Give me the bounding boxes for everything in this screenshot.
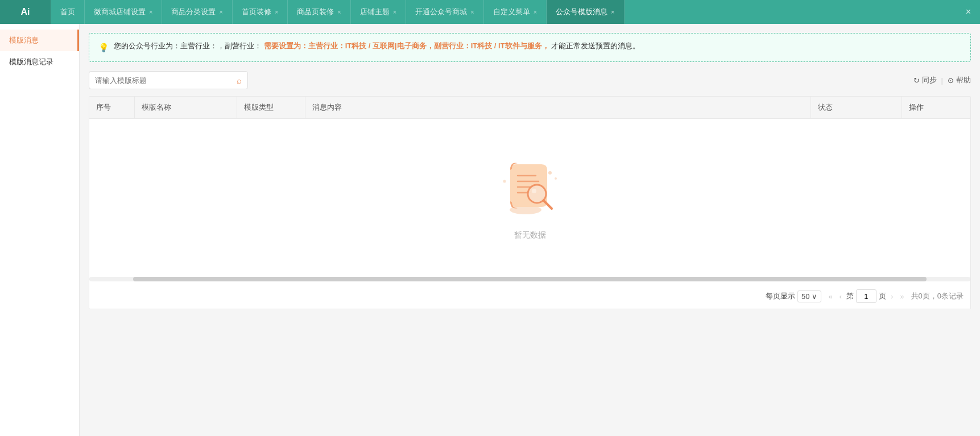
tab-category-settings-label: 商品分类设置 (171, 7, 216, 17)
page-label: 第 (846, 291, 854, 301)
sync-button[interactable]: ↻ 同步 (913, 75, 937, 85)
tab-open-wechat-shop-label: 开通公众号商城 (415, 7, 467, 17)
tab-product-decor-close[interactable]: × (337, 9, 341, 15)
prev-page-button[interactable]: ‹ (837, 291, 844, 302)
sidebar-item-template-msg[interactable]: 模版消息 (0, 30, 79, 51)
first-page-button[interactable]: « (826, 291, 834, 302)
sidebar-item-template-msg-record[interactable]: 模版消息记录 (0, 51, 79, 73)
tab-home-label: 首页 (60, 7, 75, 17)
sync-label: 同步 (922, 75, 937, 85)
last-page-button[interactable]: » (898, 291, 906, 302)
notice-text: 您的公众号行业为：主营行业：，副营行业： 需要设置为：主营行业：IT科技 / 互… (114, 40, 640, 52)
search-bar: ⌕ ↻ 同步 | ⊙ 帮助 (89, 71, 971, 89)
tab-product-decor-label: 商品页装修 (297, 7, 334, 17)
tab-open-wechat-shop[interactable]: 开通公众号商城 × (406, 0, 483, 24)
tab-wshop-settings-label: 微商城店铺设置 (94, 7, 146, 17)
help-button[interactable]: ⊙ 帮助 (948, 75, 971, 85)
empty-illustration (496, 153, 564, 221)
main-layout: 模版消息 模版消息记录 💡 您的公众号行业为：主营行业：，副营行业： 需要设置为… (0, 24, 980, 436)
data-table: 序号 模版名称 模版类型 消息内容 状态 操作 (89, 96, 971, 309)
tab-store-theme[interactable]: 店铺主题 × (351, 0, 406, 24)
sidebar: 模版消息 模版消息记录 (0, 24, 80, 436)
tab-wshop-settings[interactable]: 微商城店铺设置 × (85, 0, 162, 24)
tab-product-decor[interactable]: 商品页装修 × (288, 0, 350, 24)
help-icon: ⊙ (948, 76, 954, 85)
tab-category-settings[interactable]: 商品分类设置 × (162, 0, 232, 24)
tab-open-wechat-shop-close[interactable]: × (470, 9, 474, 15)
search-input[interactable] (95, 76, 234, 85)
sidebar-item-template-msg-label: 模版消息 (9, 36, 39, 44)
tab-template-msg[interactable]: 公众号模版消息 × (547, 0, 624, 24)
notice-suffix: 才能正常发送预置的消息。 (551, 41, 640, 50)
th-seq: 序号 (89, 97, 135, 118)
help-label: 帮助 (956, 75, 971, 85)
tab-home-decor-close[interactable]: × (275, 9, 278, 15)
tab-home-decor[interactable]: 首页装修 × (233, 0, 288, 24)
tab-template-msg-label: 公众号模版消息 (556, 7, 607, 17)
horizontal-scrollbar[interactable] (89, 277, 970, 281)
logo-tab: Ai (0, 0, 51, 24)
search-input-wrap: ⌕ (89, 71, 248, 89)
tab-custom-menu-label: 自定义菜单 (493, 7, 530, 17)
svg-point-7 (532, 189, 536, 193)
th-actions: 操作 (902, 97, 970, 118)
th-status: 状态 (811, 97, 902, 118)
app-container: Ai 首页 微商城店铺设置 × 商品分类设置 × 首页装修 × 商品页装修 × … (0, 0, 980, 436)
th-name: 模版名称 (135, 97, 237, 118)
tab-custom-menu-close[interactable]: × (534, 9, 537, 15)
search-button[interactable]: ⌕ (237, 76, 242, 85)
svg-point-10 (503, 180, 506, 183)
tab-store-theme-close[interactable]: × (393, 9, 396, 15)
svg-point-6 (528, 185, 546, 203)
content-area: 💡 您的公众号行业为：主营行业：，副营行业： 需要设置为：主营行业：IT科技 /… (80, 24, 980, 436)
svg-point-9 (555, 177, 557, 180)
page-nav: « ‹ 第 页 › » (826, 289, 906, 303)
pagination: 每页显示 50 ∨ « ‹ 第 页 › » (89, 284, 970, 309)
table-header: 序号 模版名称 模版类型 消息内容 状态 操作 (89, 97, 970, 119)
bulb-icon: 💡 (98, 41, 109, 55)
sidebar-item-template-msg-record-label: 模版消息记录 (9, 57, 53, 66)
toolbar-divider: | (941, 76, 943, 85)
total-info: 共0页，0条记录 (911, 291, 964, 301)
scrollbar-thumb[interactable] (133, 277, 926, 281)
tab-store-theme-label: 店铺主题 (360, 7, 390, 17)
empty-state: 暂无数据 (89, 119, 970, 275)
per-page-label: 每页显示 (766, 291, 795, 301)
notice-prefix: 您的公众号行业为：主营行业：，副营行业： (114, 41, 262, 50)
tab-home-decor-label: 首页装修 (242, 7, 271, 17)
per-page-dropdown[interactable]: 50 ∨ (797, 290, 821, 302)
page-input[interactable] (856, 289, 876, 303)
empty-text: 暂无数据 (514, 230, 546, 240)
global-close-button[interactable]: × (957, 0, 980, 24)
sync-icon: ↻ (913, 76, 920, 85)
th-type: 模版类型 (237, 97, 305, 118)
tab-custom-menu[interactable]: 自定义菜单 × (484, 0, 547, 24)
tab-home[interactable]: 首页 (51, 0, 85, 24)
page-unit: 页 (879, 291, 886, 301)
top-nav: Ai 首页 微商城店铺设置 × 商品分类设置 × 首页装修 × 商品页装修 × … (0, 0, 980, 24)
svg-point-8 (548, 171, 552, 175)
th-content: 消息内容 (305, 97, 811, 118)
toolbar-right: ↻ 同步 | ⊙ 帮助 (913, 75, 971, 85)
tab-category-settings-close[interactable]: × (219, 9, 222, 15)
tab-template-msg-close[interactable]: × (611, 9, 614, 15)
chevron-down-icon: ∨ (812, 292, 817, 301)
per-page-select: 每页显示 50 ∨ (766, 290, 821, 302)
logo-text: Ai (21, 7, 30, 17)
notice-highlight: 需要设置为：主营行业：IT科技 / 互联网|电子商务，副营行业：IT科技 / I… (264, 41, 549, 50)
tab-wshop-settings-close[interactable]: × (149, 9, 152, 15)
notice-box: 💡 您的公众号行业为：主营行业：，副营行业： 需要设置为：主营行业：IT科技 /… (89, 33, 971, 62)
next-page-button[interactable]: › (888, 291, 895, 302)
per-page-value: 50 (801, 292, 809, 301)
